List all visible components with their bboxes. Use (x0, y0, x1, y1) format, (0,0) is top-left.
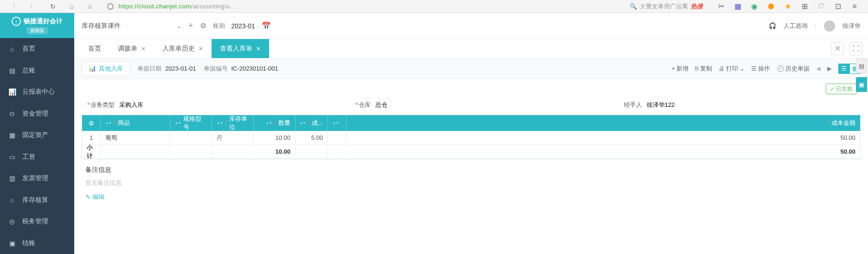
col-cost[interactable]: ▲▼*成... (296, 115, 328, 131)
nav-inventory[interactable]: ⌂库存核算 (0, 189, 74, 211)
col-qty[interactable]: ▲▼*数量 (254, 115, 296, 131)
tax-icon: ◎ (8, 218, 16, 225)
doc-icon: 📊 (89, 65, 96, 72)
ext-icon[interactable]: ⊞ (800, 2, 809, 11)
float-btn-1[interactable]: ▤ (856, 59, 867, 73)
remark-edit-button[interactable]: ✎ 编辑 (85, 193, 857, 201)
brand-logo-icon: ↑ (12, 17, 21, 26)
assets-icon: ▦ (8, 131, 16, 139)
chart-icon: 📊 (8, 88, 16, 96)
list-view-button[interactable]: ☰ (838, 64, 849, 74)
nav-tax[interactable]: ◎税务管理 (0, 211, 74, 232)
forward-icon[interactable]: 〉 (30, 2, 36, 11)
prev-icon[interactable]: ◀ (816, 65, 821, 72)
col-product[interactable]: ▲▼*商品 (101, 115, 170, 131)
nav-funds[interactable]: ⊙资金管理 (0, 103, 74, 124)
close-icon[interactable]: ✕ (199, 46, 203, 52)
menu-icon[interactable]: ≡ (850, 2, 859, 11)
check-icon: ✓ (830, 86, 835, 92)
tab-inbound-history[interactable]: 入库单历史✕ (154, 39, 212, 58)
nav-reports[interactable]: 📊云报表中心 (0, 81, 74, 103)
gear-icon[interactable]: ⚙ (200, 21, 206, 30)
remark-title: 备注信息 (85, 166, 857, 174)
handler-value: 徐泽华122 (647, 101, 675, 109)
add-icon[interactable]: + (188, 21, 193, 31)
ops-button[interactable]: ☰ 操作 (751, 65, 770, 73)
table-row[interactable]: 1 葡萄 斤 10.00 5.00 50.00 (82, 131, 860, 145)
nav-home[interactable]: ⌂首页 (0, 38, 74, 59)
biz-type-value: 采购入库 (119, 101, 143, 109)
search-icon: 🔍 (630, 3, 637, 10)
edit-icon: ✎ (85, 194, 90, 201)
gear-column[interactable]: ⚙ (82, 115, 101, 131)
tab-transfer[interactable]: 调拨单✕ (109, 39, 154, 58)
expand-button[interactable]: ⛶ (849, 42, 862, 55)
remark-empty: 暂无备注信息 (85, 179, 857, 187)
col-amount[interactable]: *成本金额 (347, 115, 860, 131)
tab-view-inbound[interactable]: 查看入库单✕ (212, 39, 269, 58)
invoice-icon: ▥ (8, 175, 16, 182)
chevron-down-icon: ⌄ (176, 22, 182, 30)
docno-label: 单据编号 (204, 65, 228, 73)
document-toolbar: 📊 其他入库 单据日期 2023-01-01 单据编号 IC-20230101-… (74, 59, 868, 79)
float-btn-2[interactable]: ▣ (856, 77, 867, 92)
funds-icon: ⊙ (8, 110, 16, 117)
copy-button[interactable]: ⎘ 复制 (695, 65, 712, 73)
remark-section: 备注信息 暂无备注信息 ✎ 编辑 (74, 159, 868, 208)
subtotal-row: 小计 10.00 50.00 (82, 145, 860, 159)
new-button[interactable]: + 新增 (671, 65, 688, 73)
col-unit[interactable]: ▲▼*库存单位 (212, 115, 254, 131)
ext-icon[interactable]: ♡ (817, 2, 825, 11)
salary-icon: ▭ (8, 153, 16, 161)
support-link[interactable]: 人工咨询 (784, 22, 808, 30)
support-icon: 🎧 (769, 22, 776, 29)
browser-search[interactable]: 🔍 大量女单用广运离 热搜 (630, 2, 703, 11)
ext-icon[interactable]: ▦ (733, 2, 742, 11)
brand-edition: 旗舰版 (26, 27, 48, 34)
refresh-icon[interactable]: ↻ (50, 3, 56, 10)
tab-home[interactable]: 首页 (80, 39, 109, 58)
nav-close[interactable]: ▣结账 (0, 233, 74, 254)
inventory-icon: ⌂ (8, 196, 16, 204)
username[interactable]: 徐泽华 (842, 22, 861, 30)
ledger-icon: ▤ (8, 67, 16, 74)
sidebar: ↑ 畅捷通好会计 旗舰版 ⌂首页 ▤总账 📊云报表中心 ⊙资金管理 ▦固定资产 … (0, 13, 74, 254)
handler-label: 经手人 (624, 101, 642, 109)
period-label: 账期 (213, 22, 225, 30)
ext-icon[interactable]: ★ (784, 2, 792, 11)
history-button[interactable]: 🕘 历史单据 (777, 65, 810, 73)
back-icon[interactable]: 〈 (9, 2, 16, 11)
gear-icon: ⚙ (89, 120, 94, 127)
warehouse-value: 总仓 (375, 101, 387, 109)
col-empty[interactable]: ▲▼ (328, 115, 347, 131)
calendar-icon[interactable]: 📅 (262, 21, 271, 30)
brand[interactable]: ↑ 畅捷通好会计 旗舰版 (0, 13, 74, 38)
form-row: *业务类型 采购入库 *仓库 总仓 经手人 徐泽华122 (74, 98, 868, 115)
next-icon[interactable]: ▶ (827, 65, 832, 72)
close-icon[interactable]: ✕ (256, 46, 261, 52)
avatar[interactable] (824, 20, 835, 32)
col-spec[interactable]: ▲▼规格型号 (170, 115, 212, 131)
status-badge: ✓ 已生效 (826, 84, 857, 94)
nav-invoice[interactable]: ▥发票管理 (0, 168, 74, 189)
doc-type-badge[interactable]: 📊 其他入库 (82, 61, 130, 76)
ext-icon[interactable]: ◉ (750, 2, 759, 11)
main-content: 库存核算课件 ⌄ + ⚙ 账期 2023-01 📅 🎧 人工咨询 | 徐泽华 首… (74, 13, 868, 254)
close-icon[interactable]: ✕ (141, 46, 146, 52)
ext-icon[interactable]: ⊡ (834, 2, 842, 11)
home-icon: ⌂ (8, 45, 16, 52)
browser-extensions: ✂ ▦ ◉ ⬢ ★ ⊞ ♡ ⊡ ≡ (717, 2, 859, 11)
home-icon[interactable]: ⌂ (70, 3, 73, 10)
float-panel: ▤ ▣ (856, 59, 868, 92)
ext-icon[interactable]: ⬢ (767, 2, 775, 11)
nav-ledger[interactable]: ▤总账 (0, 60, 74, 81)
star-icon[interactable]: ☆ (87, 3, 93, 10)
url-bar[interactable]: https://cloud.chanjet.com/accounting/u..… (107, 3, 616, 10)
nav-salary[interactable]: ▭工资 (0, 146, 74, 168)
nav-assets[interactable]: ▦固定资产 (0, 124, 74, 146)
period-value: 2023-01 (231, 22, 255, 30)
account-selector[interactable]: 库存核算课件 ⌄ (82, 22, 182, 30)
ext-icon[interactable]: ✂ (717, 2, 725, 11)
close-all-button[interactable]: ✕ (831, 42, 844, 55)
print-button[interactable]: 🖨 打印 ⌄ (719, 65, 745, 73)
